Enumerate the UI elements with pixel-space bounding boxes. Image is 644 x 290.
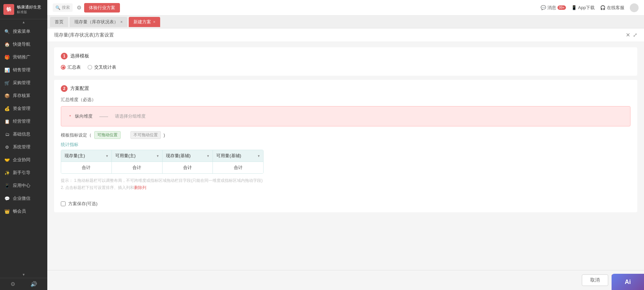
app-download-button[interactable]: 📱 App下载 <box>571 5 595 11</box>
sidebar-item-vip[interactable]: 👑 畅会员 <box>0 205 47 218</box>
content: 1 选择模板 汇总表 交叉统计表 2 <box>47 42 644 270</box>
sidebar-item-quick-nav[interactable]: 🏠 快捷导航 <box>0 38 47 51</box>
trial-button[interactable]: 体验行业方案 <box>84 3 120 13</box>
tab-new-scheme-close[interactable]: × <box>153 20 155 24</box>
sidebar-item-label: 库存核算 <box>13 93 30 99</box>
enterprise-icon: 🤝 <box>4 157 10 163</box>
message-icon: 💬 <box>541 5 546 10</box>
vertical-dimension-label: 纵向维度 <box>75 113 93 119</box>
sidebar-item-search-menu[interactable]: 🔍 搜索菜单 <box>0 25 47 38</box>
stats-col-2-header[interactable]: 可用量(主) ▾ <box>112 150 162 162</box>
sidebar-item-label: 企业协同 <box>13 157 30 163</box>
stats-col-3-header[interactable]: 现存量(基辅) ▾ <box>163 150 213 162</box>
sidebar-item-label: 搜索菜单 <box>13 28 30 34</box>
non-draggable-position-tag: 不可拖动位置 <box>130 131 161 139</box>
tab-inventory-status[interactable]: 现存量（库存状况表） × <box>70 17 127 27</box>
page-close-icon[interactable]: ✕ <box>626 32 630 38</box>
sidebar-item-app-center[interactable]: 📱 应用中心 <box>0 179 47 192</box>
sidebar-item-inventory[interactable]: 📦 库存核算 <box>0 89 47 102</box>
stats-col-2-chevron[interactable]: ▾ <box>157 154 159 158</box>
page-controls: ✕ ⤢ <box>626 32 637 38</box>
online-service-button[interactable]: 🎧 在线客服 <box>600 5 624 11</box>
wechat-icon: 💬 <box>4 195 10 201</box>
sidebar-item-system[interactable]: ⚙ 系统管理 <box>0 141 47 153</box>
stats-col-3-label: 现存量(基辅) <box>166 153 191 159</box>
message-badge: 99+ <box>558 5 566 10</box>
stats-table-header: 现存量(主) ▾ 合计 可用量(主) ▾ <box>61 150 263 173</box>
sidebar-item-business[interactable]: 📋 经营管理 <box>0 115 47 128</box>
sidebar-scroll-down[interactable]: ▼ <box>0 271 47 278</box>
sidebar-item-label: 采购管理 <box>13 80 30 86</box>
basic-info-icon: 🗂 <box>4 131 10 137</box>
step2-badge: 2 <box>61 85 68 92</box>
draggable-position-tag: 可拖动位置 <box>94 131 121 139</box>
sidebar-item-finance[interactable]: 💰 资金管理 <box>0 102 47 115</box>
sidebar-item-basic-info[interactable]: 🗂 基础信息 <box>0 128 47 141</box>
stats-col-1: 现存量(主) ▾ 合计 <box>61 150 112 173</box>
delete-col-link[interactable]: 删除列 <box>134 185 146 190</box>
page-title: 现存量(库存状况表)方案设置 <box>54 32 114 38</box>
tab-inventory-status-close[interactable]: × <box>120 20 123 24</box>
online-service-label: 在线客服 <box>607 5 624 11</box>
search-menu-icon: 🔍 <box>4 28 10 34</box>
message-label: 消息 <box>547 5 556 11</box>
radio-cross-label: 交叉统计表 <box>94 64 116 70</box>
tab-home[interactable]: 首页 <box>50 17 68 27</box>
sidebar-item-label: 基础信息 <box>13 131 30 137</box>
tab-new-scheme[interactable]: 新建方案 × <box>129 17 160 27</box>
business-icon: 📋 <box>4 118 10 124</box>
stats-col-1-header[interactable]: 现存量(主) ▾ <box>61 150 112 162</box>
sidebar-footer: ⚙ 🔊 <box>0 278 47 290</box>
radio-summary[interactable]: 汇总表 <box>61 64 81 70</box>
step1-title-row: 1 选择模板 <box>61 53 630 59</box>
sidebar-item-sales[interactable]: 📊 销售管理 <box>0 64 47 76</box>
stats-col-3-chevron[interactable]: ▾ <box>207 154 209 158</box>
sidebar-item-label: 系统管理 <box>13 144 30 150</box>
tab-inventory-status-label: 现存量（库存状况表） <box>74 19 118 25</box>
step2-title: 方案配置 <box>70 86 89 92</box>
template-radio-group: 汇总表 交叉统计表 <box>61 64 630 70</box>
main-content: 🔍 搜索 ⚙ 体验行业方案 💬 消息 99+ 📱 App下载 🎧 在线客服 <box>47 0 644 290</box>
settings-footer-icon[interactable]: ⚙ <box>10 281 15 287</box>
search-icon: 🔍 <box>55 5 60 10</box>
save-option: 方案保存(可选) <box>61 201 630 207</box>
sidebar-item-purchase[interactable]: 🛒 采购管理 <box>0 76 47 89</box>
logo-icon: 畅 <box>3 4 14 15</box>
sidebar-item-label: 经营管理 <box>13 118 30 124</box>
sidebar-item-label: 营销推广 <box>13 54 30 60</box>
tip-2: 2. 点击标题栏下拉可设置排序、插入列和删除列 <box>61 185 630 191</box>
tab-new-scheme-label: 新建方案 <box>133 19 151 25</box>
sidebar-item-label: 销售管理 <box>13 67 30 73</box>
marketing-icon: 🎁 <box>4 54 10 60</box>
audio-footer-icon[interactable]: 🔊 <box>30 281 37 287</box>
dimension-placeholder[interactable]: 请选择分组维度 <box>115 113 146 119</box>
topbar-gear-icon[interactable]: ⚙ <box>77 4 81 11</box>
sidebar-scroll-up[interactable]: ▲ <box>0 19 47 25</box>
page-expand-icon[interactable]: ⤢ <box>633 32 637 38</box>
stats-col-3-body: 合计 <box>163 162 213 173</box>
sidebar-item-label: 应用中心 <box>13 183 30 189</box>
stats-col-1-chevron[interactable]: ▾ <box>106 154 108 158</box>
user-avatar[interactable] <box>630 3 639 12</box>
sidebar-nav: 🔍 搜索菜单 🏠 快捷导航 🎁 营销推广 📊 销售管理 🛒 采购管理 📦 库存核… <box>0 25 47 271</box>
radio-summary-circle <box>61 65 66 70</box>
stats-col-4-chevron[interactable]: ▾ <box>258 154 260 158</box>
dimension-row: * 纵向维度 —— 请选择分组维度 <box>69 113 622 119</box>
save-checkbox[interactable] <box>61 201 66 206</box>
stats-table: 现存量(主) ▾ 合计 可用量(主) ▾ <box>61 150 264 174</box>
download-icon: 📱 <box>571 5 577 10</box>
topbar-left: 🔍 搜索 ⚙ 体验行业方案 <box>53 3 120 13</box>
ai-float-button[interactable]: Ai <box>612 274 644 290</box>
sidebar-item-wechat[interactable]: 💬 企业微信 <box>0 192 47 205</box>
topbar-search[interactable]: 🔍 搜索 <box>53 3 73 12</box>
sidebar-item-enterprise[interactable]: 🤝 企业协同 <box>0 153 47 166</box>
cancel-button[interactable]: 取消 <box>582 274 608 286</box>
sidebar-item-marketing[interactable]: 🎁 营销推广 <box>0 51 47 64</box>
page-area: 现存量(库存状况表)方案设置 ✕ ⤢ 1 选择模板 汇总表 <box>47 28 644 290</box>
sidebar-logo: 畅 畅康通好生意 标准版 <box>0 0 47 19</box>
tab-home-label: 首页 <box>55 19 64 25</box>
message-button[interactable]: 💬 消息 99+ <box>541 5 566 11</box>
sidebar-item-newbie[interactable]: ✨ 新手引导 <box>0 166 47 179</box>
radio-cross[interactable]: 交叉统计表 <box>88 64 116 70</box>
stats-col-4-header[interactable]: 可用量(基辅) ▾ <box>213 150 263 162</box>
